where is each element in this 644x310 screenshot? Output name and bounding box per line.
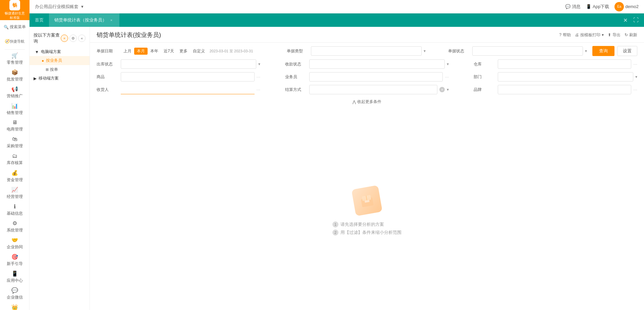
scheme-settings-button[interactable]: ⚙ [69,35,77,42]
empty-box-icon [352,185,383,216]
sidebar-item-ecommerce[interactable]: 🖥 电商管理 [0,117,30,134]
export-button[interactable]: ⬆ 导出 [608,32,621,38]
department-input[interactable] [498,72,633,82]
brand-input[interactable] [498,85,632,94]
finance-icon: 💰 [11,170,18,176]
ship-status-input[interactable] [121,59,256,69]
sidebar-item-wechat[interactable]: 💬 企业微信 [0,285,30,302]
order-status-input[interactable] [472,46,583,56]
sidebar-item-enterprise[interactable]: 🤝 企业协同 [0,235,30,252]
message-button[interactable]: 💬 消息 [565,4,581,10]
department-cell: ▾ [498,72,637,82]
order-status-cell: ▾ [472,46,587,56]
search-menu-button[interactable]: 🔍 搜索菜单 [2,23,28,31]
sidebar-item-purchase[interactable]: 🛍 采购管理 [0,134,30,151]
recipient-label: 收货人 [97,87,115,93]
settings-button[interactable]: 设置 [617,46,637,56]
sidebar-item-system[interactable]: ⚙ 系统管理 [0,218,30,235]
payment-status-input[interactable] [309,59,445,69]
operations-icon: 📈 [11,187,18,193]
mobile-expand-icon: ▶ [34,76,37,81]
date-btn-custom[interactable]: 自定义 [190,48,208,55]
recipient-input[interactable] [121,85,255,94]
recipient-dots[interactable]: ··· [257,87,261,92]
user-menu[interactable]: Ea demo2 [614,2,639,11]
order-icon: ⊞ [46,67,49,72]
salesperson-input[interactable] [309,72,443,82]
tab-close-button[interactable]: × [109,17,114,23]
product-dots[interactable]: ··· [257,74,261,80]
settlement-input[interactable] [309,85,437,94]
sidebar-item-newbie[interactable]: 🎯 新手引导 [0,252,30,268]
warehouse-dots[interactable]: ··· [633,61,637,67]
template-print-button[interactable]: 🖨 按模板打印 ▾ [575,32,604,38]
settlement-clear-button[interactable]: × [439,87,445,92]
product-cell: ··· [121,72,260,82]
collapse-filters-button[interactable]: ⋀ 收起更多条件 [348,98,385,106]
sidebar-item-appstore[interactable]: 📱 应用中心 [0,268,30,285]
warehouse-input[interactable] [498,59,632,69]
sidebar-item-member[interactable]: 👑 畅会员 [0,302,30,310]
sidebar-item-retail[interactable]: 🛒 零售管理 [0,50,30,67]
warehouse-label: 仓库 [474,61,492,67]
brand-dots[interactable]: ··· [633,87,637,92]
sidebar-item-inventory[interactable]: 🗂 库存核算 [0,151,30,168]
tab-sales-stat[interactable]: 销货单统计表（按业务员） × [49,13,119,27]
ship-status-chevron[interactable]: ▾ [258,62,260,66]
sidebar-item-wholesale[interactable]: 📦 批发管理 [0,67,30,84]
date-btn-more[interactable]: 更多 [177,48,190,55]
sidebar-menu: 🛒 零售管理 📦 批发管理 📢 营销推广 📊 销售管理 🖥 电商管理 🛍 采购管… [0,50,30,310]
sidebar-item-operations[interactable]: 📈 经营管理 [0,185,30,201]
scheme-item-by-salesperson[interactable]: ● 按业务员 [30,56,90,65]
help-icon: ? [559,33,561,37]
sidebar-item-marketing[interactable]: 📢 营销推广 [0,84,30,101]
sidebar-item-sales[interactable]: 📊 销售管理 [0,101,30,117]
order-status-chevron[interactable]: ▾ [585,49,587,53]
settlement-chevron[interactable]: ▾ [447,87,449,92]
avatar: Ea [614,2,624,11]
left-panel-title: 按以下方案查询 [34,32,61,44]
order-type-input[interactable] [311,46,422,56]
app-download-button[interactable]: 📱 App下载 [586,4,609,10]
scheme-group-pc: ▼ 电脑端方案 ● 按业务员 ⊞ 按单 [30,48,90,74]
refresh-button[interactable]: ↻ 刷新 [625,32,637,38]
purchase-icon: 🛍 [12,136,17,142]
scheme-subitem-by-order[interactable]: ⊞ 按单 [30,65,90,74]
ship-status-cell: ▾ [121,59,260,69]
sidebar-search[interactable]: 🔍 搜索菜单 [0,20,30,34]
sidebar-quick-nav[interactable]: 🧭 快捷导航 [0,34,30,49]
sidebar: 畅 畅捷通好生意 标准版 🔍 搜索菜单 🧭 快捷导航 🛒 零售管理 📦 批发管理… [0,0,30,310]
salesperson-dots[interactable]: ··· [445,74,449,80]
payment-status-label: 收款状态 [285,61,304,67]
query-button[interactable]: 查询 [592,46,614,56]
tab-home[interactable]: 首页 [30,13,49,27]
empty-illustration [350,184,384,217]
date-btn-last-month[interactable]: 上月 [121,48,134,55]
product-input[interactable] [121,72,255,82]
scheme-group-mobile[interactable]: ▶ 移动端方案 [30,74,90,83]
sidebar-item-basic[interactable]: ℹ 基础信息 [0,201,30,218]
date-btn-this-year[interactable]: 本年 [148,48,161,55]
add-scheme-button[interactable]: + [61,35,68,42]
help-button[interactable]: ? 帮助 [559,32,571,38]
tab-close-all-button[interactable]: ✕ [621,16,629,24]
empty-tip-1: 1 请先选择要分析的方案 [332,221,401,227]
topbar-right: 💬 消息 📱 App下载 Ea demo2 [565,2,639,11]
salesperson-label: 业务员 [285,74,304,80]
order-type-chevron[interactable]: ▾ [424,49,426,53]
sidebar-item-finance[interactable]: 💰 资金管理 [0,168,30,185]
department-chevron[interactable]: ▾ [635,74,637,79]
member-icon: 👑 [11,304,18,310]
date-btn-7days[interactable]: 近7天 [161,48,177,55]
dropdown-icon[interactable]: ▾ [81,4,84,9]
quick-nav-item[interactable]: 🧭 快捷导航 [0,35,30,47]
collapse-panel-button[interactable]: « [78,35,86,42]
salesperson-cell: ··· [309,72,449,82]
scheme-pc-header[interactable]: ▼ 电脑端方案 [30,48,90,56]
payment-status-chevron[interactable]: ▾ [447,62,449,66]
export-icon: ⬆ [608,33,611,37]
date-btn-this-month[interactable]: 本月 [134,48,148,55]
logo-text: 畅捷通好生意 [5,11,25,15]
tip-num-2: 2 [332,229,338,236]
tab-fullscreen-button[interactable]: ⛶ [632,16,640,24]
